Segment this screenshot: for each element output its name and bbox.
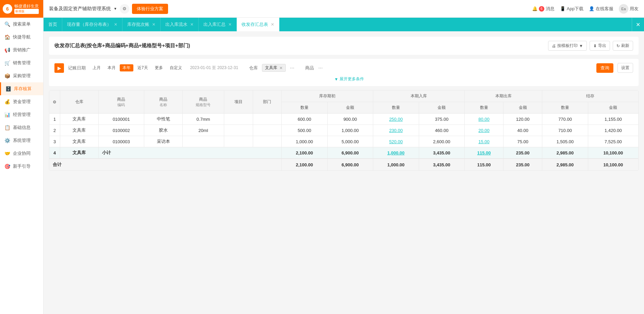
warehouse-tag: 文具库 ✕ (262, 64, 286, 72)
row-out-qty[interactable]: 80.00 (465, 114, 503, 125)
tab-flow-close[interactable]: ✕ (190, 22, 194, 27)
row-department (253, 136, 282, 147)
table-row: 2 文具库 0100002 胶水 20ml 500.00 1,000.00 23… (49, 125, 639, 136)
row-in-qty[interactable]: 250.00 (373, 114, 419, 125)
online-service-button[interactable]: 👤 在线客服 (589, 6, 613, 12)
refresh-button[interactable]: ↻ 刷新 (613, 41, 633, 51)
row-goods-spec (182, 136, 224, 147)
tab-summary[interactable]: 出入库汇总 ✕ (199, 18, 237, 31)
sidebar-item-inventory[interactable]: 🗄️ 库存核算 (0, 82, 43, 95)
filter-collapse-btn[interactable]: ▶ (54, 63, 64, 73)
subtotal-out-qty[interactable]: 115.00 (465, 147, 503, 159)
total-opening-amount: 6,900.00 (327, 159, 373, 171)
subtotal-opening-amount: 6,900.00 (327, 147, 373, 159)
sidebar-item-label: 企业协同 (13, 150, 31, 156)
tab-batch[interactable]: 库存批次账 ✕ (122, 18, 161, 31)
expand-conditions-button[interactable]: ▼ 展开更多条件 (334, 76, 364, 82)
tab-summary-close[interactable]: ✕ (228, 22, 232, 27)
home-icon: 🏠 (4, 34, 10, 40)
goods-more-btn[interactable]: ··· (318, 65, 323, 71)
online-service-label: 在线客服 (596, 6, 613, 12)
row-goods-name: 中性笔 (144, 114, 183, 125)
sidebar-item-basic[interactable]: 📋 基础信息 (0, 121, 43, 134)
operations-icon: 📊 (4, 112, 10, 118)
row-warehouse: 文具库 (60, 136, 99, 147)
shortcut-custom[interactable]: 自定义 (167, 64, 185, 71)
sidebar-item-label: 营销推广 (13, 47, 31, 53)
col-settings[interactable]: ⚙ (49, 90, 60, 114)
sidebar-item-purchase[interactable]: 📦 采购管理 (0, 69, 43, 82)
sidebar-item-enterprise[interactable]: 🤝 企业协同 (0, 147, 43, 160)
row-opening-qty: 1,000.00 (282, 136, 328, 147)
date-shortcuts: 上月 本月 本年 近7天 更多 自定义 (90, 64, 185, 71)
sidebar-item-quicknav[interactable]: 🏠 快捷导航 (0, 31, 43, 44)
row-in-qty[interactable]: 520.00 (373, 136, 419, 147)
page-title-row: 收发存汇总表(按仓库+商品编码+商品+规格型号+项目+部门) 🖨 按模板打印 ▼… (54, 41, 633, 51)
user-menu[interactable]: Ea 用友 (619, 4, 639, 14)
sidebar-item-operations[interactable]: 📊 经营管理 (0, 108, 43, 121)
top-header: 装备及固定资产辅助管理系统 ▼ ⚙ 体验行业方案 🔔 6 消息 📱 App下载 … (44, 0, 644, 18)
warehouse-tag-close[interactable]: ✕ (279, 66, 283, 70)
row-out-qty[interactable]: 20.00 (465, 125, 503, 136)
shortcut-this-month[interactable]: 本月 (105, 64, 118, 71)
purchase-icon: 📦 (4, 73, 10, 79)
sidebar-item-label: 快捷导航 (13, 34, 31, 40)
tab-receipt-summary[interactable]: 收发存汇总表 ✕ (237, 18, 279, 31)
col-group-opening: 库存期初 (282, 90, 373, 102)
warehouse-more-btn[interactable]: ··· (290, 65, 294, 71)
filter-row-1: ▶ 记账日期 上月 本月 本年 近7天 更多 自定义 2023-01-01 至 … (54, 63, 633, 73)
app-download-label: App下载 (567, 6, 583, 12)
sidebar-item-finance[interactable]: 💰 资金管理 (0, 95, 43, 108)
total-label: 合计 (49, 159, 282, 171)
row-balance-amount: 1,155.00 (588, 114, 638, 125)
row-project (224, 125, 253, 136)
row-in-qty[interactable]: 230.00 (373, 125, 419, 136)
filter-settings-button[interactable]: 设置 (617, 63, 633, 73)
trial-button[interactable]: 体验行业方案 (132, 4, 168, 14)
col-opening-qty: 数量 (282, 102, 328, 114)
col-goods-name: 商品 名称 (144, 90, 183, 114)
subtotal-in-qty[interactable]: 1,000.00 (373, 147, 419, 159)
tab-home[interactable]: 首页 (44, 18, 62, 31)
app-download-button[interactable]: 📱 App下载 (560, 6, 583, 12)
shortcut-more[interactable]: 更多 (152, 64, 166, 71)
row-opening-amount: 5,000.00 (327, 136, 373, 147)
shortcut-7days[interactable]: 近7天 (135, 64, 151, 71)
inventory-icon: 🗄️ (5, 86, 11, 92)
row-goods-name: 胶水 (144, 125, 183, 136)
col-group-balance: 结存 (542, 90, 639, 102)
chevron-down-icon: ▼ (114, 7, 117, 11)
col-goods-spec: 商品 规格型号 (182, 90, 224, 114)
export-button[interactable]: ⬇ 导出 (590, 41, 610, 51)
sidebar-item-search[interactable]: 🔍 搜索菜单 (0, 18, 43, 31)
row-out-qty[interactable]: 15.00 (465, 136, 503, 147)
row-department (253, 125, 282, 136)
close-all-tabs-button[interactable]: ✕ (632, 18, 644, 31)
sidebar-item-sales[interactable]: 🛒 销售管理 (0, 56, 43, 69)
sidebar-item-guide[interactable]: 🎯 新手引导 (0, 160, 43, 173)
total-in-amount: 3,435.00 (419, 159, 465, 171)
tab-flow[interactable]: 出入库流水 ✕ (161, 18, 199, 31)
tab-inventory-dist-close[interactable]: ✕ (114, 22, 117, 27)
sales-icon: 🛒 (4, 60, 10, 66)
sidebar-item-label: 系统管理 (13, 137, 31, 144)
sidebar-item-label: 搜索菜单 (13, 21, 31, 27)
shortcut-last-month[interactable]: 上月 (90, 64, 103, 71)
total-balance-qty: 2,985.00 (542, 159, 588, 171)
col-group-in: 本期入库 (373, 90, 465, 102)
shortcut-this-year[interactable]: 本年 (120, 64, 133, 71)
sidebar-item-marketing[interactable]: 📢 营销推广 (0, 44, 43, 56)
row-goods-name: 采访本 (144, 136, 183, 147)
phone-icon: 📱 (560, 6, 565, 11)
row-in-amount: 375.00 (419, 114, 465, 125)
sidebar-item-system[interactable]: ⚙️ 系统管理 (0, 134, 43, 147)
goods-label: 商品 (305, 65, 314, 71)
notification-button[interactable]: 🔔 6 消息 (532, 6, 555, 12)
system-title: 装备及固定资产辅助管理系统 (49, 6, 111, 12)
query-button[interactable]: 查询 (596, 63, 613, 73)
tab-inventory-dist[interactable]: 现存量（库存分布表） ✕ (62, 18, 122, 31)
tab-receipt-summary-close[interactable]: ✕ (271, 22, 274, 27)
print-button[interactable]: 🖨 按模板打印 ▼ (548, 41, 587, 51)
tab-batch-close[interactable]: ✕ (152, 22, 155, 27)
settings-button[interactable]: ⚙ (120, 4, 129, 14)
